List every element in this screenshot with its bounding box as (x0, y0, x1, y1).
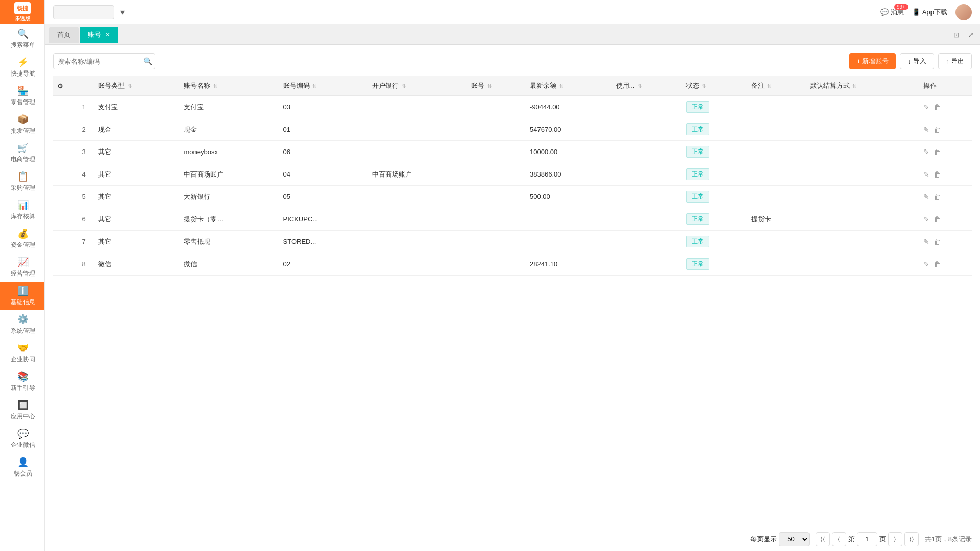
edit-button[interactable]: ✎ (923, 148, 929, 156)
search-input[interactable] (58, 58, 143, 65)
edit-button[interactable]: ✎ (923, 170, 929, 179)
row-actions-cell: ✎ 🗑 (919, 118, 972, 141)
sidebar-item-ecommerce-mgmt[interactable]: 🛒 电商管理 (0, 139, 44, 167)
col-settlement[interactable]: 默认结算方式 ⇅ (806, 76, 919, 96)
app-download-button[interactable]: 📱 App下载 (912, 8, 947, 17)
edit-button[interactable]: ✎ (923, 103, 929, 111)
col-settings[interactable]: ⚙ (53, 76, 74, 96)
sidebar-item-wholesale-mgmt[interactable]: 📦 批发管理 (0, 110, 44, 139)
sidebar-item-retail-mgmt[interactable]: 🏪 零售管理 (0, 82, 44, 110)
edit-button[interactable]: ✎ (923, 260, 929, 268)
status-badge: 正常 (686, 168, 709, 180)
basic-info-icon: ℹ️ (17, 285, 29, 296)
delete-button[interactable]: 🗑 (934, 170, 941, 179)
table-row: 1 支付宝 支付宝 03 -90444.00 正常 ✎ 🗑 (53, 96, 972, 118)
row-bank-cell (368, 253, 467, 276)
delete-button[interactable]: 🗑 (934, 126, 941, 134)
sidebar-item-purchase-mgmt[interactable]: 📋 采购管理 (0, 167, 44, 196)
sidebar-item-search-menu[interactable]: 🔍 搜索菜单 (0, 24, 44, 53)
sidebar-item-app-center[interactable]: 🔲 应用中心 (0, 396, 44, 424)
edit-button[interactable]: ✎ (923, 126, 929, 134)
tab-account[interactable]: 账号 ✕ (80, 27, 118, 43)
sidebar-item-newbie-guide[interactable]: 📚 新手引导 (0, 367, 44, 396)
col-status[interactable]: 状态 ⇅ (682, 76, 747, 96)
export-button[interactable]: ↑ 导出 (938, 53, 972, 69)
tab-home-label: 首页 (57, 30, 70, 39)
next-page-button[interactable]: ⟩ (888, 532, 902, 546)
prev-page-button[interactable]: ⟨ (832, 532, 846, 546)
operations-mgmt-icon: 📈 (17, 257, 29, 268)
col-bank[interactable]: 开户银行 ⇅ (368, 76, 467, 96)
status-badge: 正常 (686, 191, 709, 203)
search-box: 🔍 (53, 53, 155, 69)
sidebar-item-quick-nav[interactable]: ⚡ 快捷导航 (0, 53, 44, 82)
edit-button[interactable]: ✎ (923, 193, 929, 201)
row-balance-cell (526, 208, 611, 231)
row-status-cell: 正常 (682, 231, 747, 253)
row-usage-cell (612, 231, 682, 253)
sidebar-item-basic-info[interactable]: ℹ️ 基础信息 (0, 282, 44, 310)
export-label: 导出 (951, 57, 964, 66)
col-type[interactable]: 账号类型 ⇅ (94, 76, 180, 96)
header-dropdown-icon[interactable]: ▾ (120, 7, 125, 17)
sidebar-item-member[interactable]: 👤 畅会员 (0, 453, 44, 482)
sidebar-item-operations-mgmt[interactable]: 📈 经营管理 (0, 253, 44, 282)
col-balance[interactable]: 最新余额 ⇅ (526, 76, 611, 96)
sidebar-item-label: 库存核算 (11, 212, 35, 221)
page-suffix: 页 (879, 535, 886, 544)
row-account-cell (467, 186, 526, 208)
delete-button[interactable]: 🗑 (934, 193, 941, 201)
delete-button[interactable]: 🗑 (934, 215, 941, 223)
sidebar-item-system-mgmt[interactable]: ⚙️ 系统管理 (0, 310, 44, 339)
sidebar-item-label: 畅会员 (14, 469, 32, 478)
delete-button[interactable]: 🗑 (934, 238, 941, 246)
table-body: 1 支付宝 支付宝 03 -90444.00 正常 ✎ 🗑 2 现金 现金 01 (53, 96, 972, 276)
add-account-button[interactable]: + 新增账号 (849, 53, 896, 69)
col-code[interactable]: 账号编码 ⇅ (279, 76, 369, 96)
row-account-cell (467, 231, 526, 253)
window-restore-button[interactable]: ⊡ (951, 30, 962, 40)
message-button[interactable]: 💬 消息 99+ (880, 8, 904, 17)
app-center-icon: 🔲 (17, 399, 29, 411)
sidebar: 畅捷 乐透版 🔍 搜索菜单 ⚡ 快捷导航 🏪 零售管理 📦 批发管理 🛒 电商管… (0, 0, 45, 551)
delete-button[interactable]: 🗑 (934, 103, 941, 111)
col-remark[interactable]: 备注 ⇅ (747, 76, 806, 96)
delete-button[interactable]: 🗑 (934, 260, 941, 268)
per-page-select[interactable]: 50 100 200 (779, 532, 810, 546)
member-icon: 👤 (17, 457, 29, 468)
edit-button[interactable]: ✎ (923, 215, 929, 223)
col-account[interactable]: 账号 ⇅ (467, 76, 526, 96)
table-row: 4 其它 中百商场账户 04 中百商场账户 383866.00 正常 ✎ 🗑 (53, 163, 972, 186)
row-actions-cell: ✎ 🗑 (919, 231, 972, 253)
status-badge: 正常 (686, 146, 709, 158)
sidebar-item-label: 新手引导 (11, 384, 35, 392)
page-label: 第 (848, 535, 855, 544)
delete-button[interactable]: 🗑 (934, 148, 941, 156)
row-remark-cell (747, 96, 806, 118)
col-usage[interactable]: 使用... ⇅ (612, 76, 682, 96)
sort-icon-status: ⇅ (702, 83, 706, 89)
sort-icon-bank: ⇅ (402, 83, 406, 89)
sidebar-item-enterprise-wechat[interactable]: 💬 企业微信 (0, 424, 44, 453)
tab-close-icon[interactable]: ✕ (105, 31, 110, 38)
header-search-input[interactable] (53, 5, 114, 19)
row-settlement-cell (806, 231, 919, 253)
first-page-button[interactable]: ⟨⟨ (816, 532, 830, 546)
last-page-button[interactable]: ⟩⟩ (904, 532, 919, 546)
row-settlement-cell (806, 96, 919, 118)
tab-bar: 首页 账号 ✕ ⊡ ⤢ (45, 24, 980, 45)
edit-button[interactable]: ✎ (923, 238, 929, 246)
sidebar-item-enterprise-agreement[interactable]: 🤝 企业协同 (0, 339, 44, 367)
col-name[interactable]: 账号名称 ⇅ (180, 76, 279, 96)
sidebar-item-inventory[interactable]: 📊 库存核算 (0, 196, 44, 224)
tab-home[interactable]: 首页 (49, 27, 79, 43)
page-number-input[interactable] (857, 532, 877, 546)
message-icon: 💬 (880, 8, 889, 16)
table-row: 7 其它 零售抵现 STORED... 正常 ✎ 🗑 (53, 231, 972, 253)
sidebar-item-capital-mgmt[interactable]: 💰 资金管理 (0, 224, 44, 253)
user-avatar[interactable] (955, 4, 972, 20)
sidebar-item-label: 应用中心 (11, 412, 35, 421)
import-button[interactable]: ↓ 导入 (900, 53, 934, 69)
row-code-cell: PICKUPC... (279, 208, 369, 231)
window-expand-button[interactable]: ⤢ (966, 30, 976, 40)
